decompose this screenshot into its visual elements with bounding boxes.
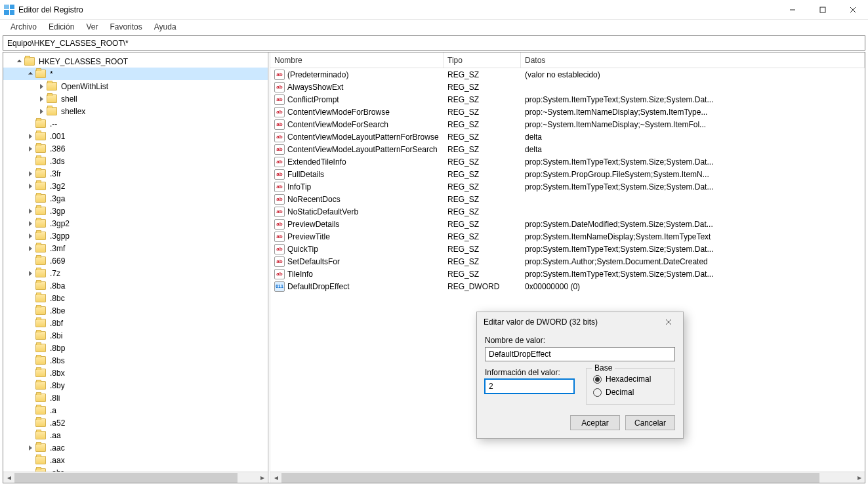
tree-horizontal-scrollbar[interactable]: ◂ ▸ [3,472,268,483]
maximize-button[interactable] [808,0,838,20]
tree-item[interactable]: .8bs [3,354,268,367]
scroll-thumb[interactable] [281,473,819,483]
address-bar[interactable]: Equipo\HKEY_CLASSES_ROOT\* [3,35,865,51]
dialog-close-button[interactable] [655,314,682,331]
value-name-input[interactable] [485,347,675,361]
ok-button[interactable]: Aceptar [570,415,620,430]
list-row[interactable]: NoStaticDefaultVerbREG_SZ [270,205,865,218]
list-row[interactable]: InfoTipREG_SZprop:System.ItemTypeText;Sy… [270,180,865,193]
expand-icon[interactable] [37,80,47,92]
list-row[interactable]: TileInfoREG_SZprop:System.ItemTypeText;S… [270,268,865,280]
list-row[interactable]: ContentViewModeLayoutPatternForSearchREG… [270,143,865,155]
column-header-tipo[interactable]: Tipo [444,52,521,68]
tree-item[interactable]: .3gp2 [3,217,268,230]
list-row[interactable]: ContentViewModeForBrowseREG_SZprop:~Syst… [270,106,865,118]
expand-icon[interactable] [37,92,47,105]
tree-item[interactable]: shell [3,92,268,105]
list-row[interactable]: PreviewDetailsREG_SZprop:System.DateModi… [270,218,865,230]
tree-item[interactable]: .aa [3,429,268,441]
tree-item[interactable]: .3fr [3,167,268,180]
tree-item[interactable]: .3gp [3,205,268,217]
menu-favoritos[interactable]: Favoritos [104,21,147,33]
tree-item[interactable]: OpenWithList [3,80,268,92]
scroll-right-icon[interactable]: ▸ [257,472,268,483]
tree-item[interactable]: * [3,68,268,80]
expand-icon[interactable] [26,242,35,254]
scroll-left-icon[interactable]: ◂ [270,472,281,483]
value-data-input[interactable] [485,379,574,394]
collapse-icon[interactable] [14,55,24,68]
expand-icon[interactable] [26,142,35,155]
expand-icon[interactable] [26,217,35,230]
tree-item[interactable]: .8bc [3,292,268,304]
tree-item[interactable]: .8bp [3,342,268,354]
radio-decimal[interactable]: Decimal [593,386,668,399]
tree-item[interactable]: .386 [3,142,268,155]
tree-item[interactable]: .8bx [3,367,268,379]
tree-item[interactable]: .3ga [3,192,268,205]
dialog-titlebar[interactable]: Editar valor de DWORD (32 bits) [477,312,683,332]
list-row[interactable]: NoRecentDocsREG_SZ [270,193,865,205]
list-row[interactable]: (Predeterminado)REG_SZ(valor no establec… [270,68,865,81]
scroll-right-icon[interactable]: ▸ [854,472,865,483]
menubar: Archivo Edición Ver Favoritos Ayuda [0,20,868,34]
column-header-datos[interactable]: Datos [521,52,865,68]
tree-item[interactable]: .7z [3,267,268,279]
tree-item[interactable]: .aax [3,454,268,466]
expand-icon[interactable] [26,180,35,192]
list-row[interactable]: PreviewTitleREG_SZprop:System.ItemNameDi… [270,230,865,243]
tree-item[interactable]: .-- [3,117,268,130]
folder-icon [35,119,46,128]
menu-edicion[interactable]: Edición [43,21,79,33]
tree-item[interactable]: HKEY_CLASSES_ROOT [3,55,268,68]
menu-ver[interactable]: Ver [81,21,103,33]
scroll-left-icon[interactable]: ◂ [3,472,14,483]
expand-icon[interactable] [26,441,35,454]
list-horizontal-scrollbar[interactable]: ◂ ▸ [270,472,865,483]
tree-item[interactable]: .a [3,404,268,416]
tree-item[interactable]: shellex [3,105,268,117]
expand-icon[interactable] [26,230,35,242]
tree-item[interactable]: .8bi [3,329,268,342]
tree-item[interactable]: .3ds [3,155,268,167]
minimize-button[interactable] [777,0,808,20]
list-row[interactable]: ContentViewModeLayoutPatternForBrowseREG… [270,131,865,143]
collapse-icon[interactable] [26,68,35,80]
tree-pane[interactable]: HKEY_CLASSES_ROOT*OpenWithListshellshell… [3,52,268,483]
tree-item[interactable]: .8li [3,392,268,404]
menu-archivo[interactable]: Archivo [5,21,42,33]
menu-ayuda[interactable]: Ayuda [149,21,182,33]
list-row[interactable]: AlwaysShowExtREG_SZ [270,81,865,93]
list-row[interactable]: QuickTipREG_SZprop:System.ItemTypeText;S… [270,243,865,255]
expand-icon[interactable] [26,267,35,279]
radio-hexadecimal[interactable]: Hexadecimal [593,373,668,386]
close-button[interactable] [838,0,868,20]
expander-spacer [26,429,35,441]
list-row[interactable]: DefaultDropEffectREG_DWORD0x00000000 (0) [270,280,865,293]
expand-icon[interactable] [26,205,35,217]
column-header-nombre[interactable]: Nombre [270,52,444,68]
tree-item[interactable]: .a52 [3,416,268,429]
scroll-thumb[interactable] [14,473,238,483]
expand-icon[interactable] [37,105,47,117]
tree-item[interactable]: .8bf [3,317,268,329]
tree-item[interactable]: .669 [3,254,268,267]
list-row[interactable]: SetDefaultsForREG_SZprop:System.Author;S… [270,255,865,268]
tree-item[interactable]: .aac [3,441,268,454]
tree-item[interactable]: .3gpp [3,230,268,242]
list-row[interactable]: ContentViewModeForSearchREG_SZprop:~Syst… [270,118,865,131]
tree-item[interactable]: .3g2 [3,180,268,192]
string-value-icon [274,269,285,279]
expand-icon[interactable] [26,130,35,142]
expand-icon[interactable] [26,167,35,180]
cancel-button[interactable]: Cancelar [625,415,675,430]
tree-item[interactable]: .8ba [3,279,268,292]
list-row[interactable]: FullDetailsREG_SZprop:System.PropGroup.F… [270,168,865,180]
expander-spacer [26,304,35,317]
tree-item[interactable]: .8be [3,304,268,317]
list-row[interactable]: ConflictPromptREG_SZprop:System.ItemType… [270,93,865,106]
tree-item[interactable]: .3mf [3,242,268,254]
list-row[interactable]: ExtendedTileInfoREG_SZprop:System.ItemTy… [270,155,865,168]
tree-item[interactable]: .8by [3,379,268,392]
tree-item[interactable]: .001 [3,130,268,142]
